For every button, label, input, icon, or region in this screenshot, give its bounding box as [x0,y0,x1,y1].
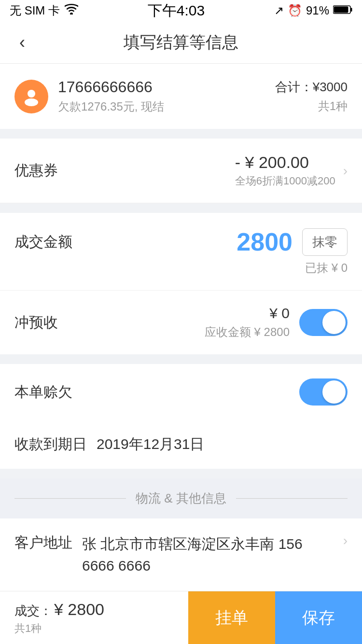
svg-point-3 [28,90,35,98]
address-chevron-icon: › [343,533,348,548]
divider-1 [0,129,362,139]
divider-4 [0,469,362,478]
coupon-value-block: - ¥ 200.00 全场6折满1000减200 [235,153,335,188]
debt-toggle[interactable] [299,378,348,406]
nav-bar: ‹ 填写结算等信息 [0,21,362,64]
logistics-label: 物流 & 其他信息 [136,490,226,507]
amount-right: 2800 抹零 [237,227,348,256]
amount-number: 2800 [237,227,292,256]
prepay-receivable: 应收金额 ¥ 2800 [205,324,290,340]
bottom-summary-label: 成交： [14,602,52,619]
avatar [14,80,48,113]
battery-icon [333,4,352,17]
alarm-icon: ⏰ [288,4,302,17]
status-time: 下午4:03 [148,1,205,21]
svg-rect-2 [334,7,348,13]
status-bar: 无 SIM 卡 下午4:03 ↗ ⏰ 91% [0,0,362,21]
status-left: 无 SIM 卡 [10,3,78,18]
debt-label: 本单赊欠 [14,382,72,402]
divider-3 [0,354,362,364]
prepay-right: ¥ 0 应收金额 ¥ 2800 [205,305,348,340]
svg-point-4 [25,98,38,106]
bottom-count: 共1种 [14,621,174,636]
amount-row: 成交金额 2800 抹零 [14,227,348,256]
content: 17666666666 欠款1276.35元, 现结 合计：¥3000 共1种 … [0,64,362,644]
coupon-value: - ¥ 200.00 [235,153,335,172]
logistics-divider: 物流 & 其他信息 [0,478,362,518]
customer-right: 合计：¥3000 共1种 [275,79,348,114]
total-label: 合计：¥3000 [275,79,348,96]
prepay-amount: ¥ 0 [205,305,290,322]
coupon-row[interactable]: 优惠券 - ¥ 200.00 全场6折满1000减200 › [0,139,362,203]
prepay-section: 冲预收 ¥ 0 应收金额 ¥ 2800 [0,291,362,354]
status-right: ↗ ⏰ 91% [274,4,352,17]
amount-sub: 已抹 ¥ 0 [14,260,348,276]
customer-left: 17666666666 欠款1276.35元, 现结 [14,78,164,114]
wifi-icon [65,4,78,17]
customer-debt: 欠款1276.35元, 现结 [58,99,164,114]
duedate-label: 收款到期日 [14,434,87,454]
back-button[interactable]: ‹ [14,28,30,57]
page-title: 填写结算等信息 [124,31,238,54]
address-section[interactable]: 客户地址 张 北京市市辖区海淀区永丰南 156 6666 6666 › [0,518,362,591]
location-icon: ↗ [274,4,284,17]
save-button[interactable]: 保存 [275,591,362,644]
hold-button[interactable]: 挂单 [188,591,275,644]
bottom-bar: 成交： ¥ 2800 共1种 挂单 保存 [0,591,362,644]
prepay-label: 冲预收 [14,313,58,333]
customer-phone: 17666666666 [58,78,164,96]
duedate-value: 2019年12月31日 [97,434,204,454]
amount-label: 成交金额 [14,232,72,252]
signal-text: 无 SIM 卡 [10,3,60,18]
address-label: 客户地址 [14,533,72,553]
divider-2 [0,203,362,213]
bottom-amount: ¥ 2800 [54,600,104,619]
chevron-right-icon: › [343,163,348,179]
customer-info: 17666666666 欠款1276.35元, 现结 [58,78,164,114]
round-button[interactable]: 抹零 [302,228,348,256]
coupon-right: - ¥ 200.00 全场6折满1000减200 › [235,153,348,188]
divider-line-right [236,498,348,499]
total-count: 共1种 [275,98,348,114]
address-value: 张 北京市市辖区海淀区永丰南 156 6666 6666 [82,533,334,576]
battery-text: 91% [306,4,329,17]
prepay-toggle[interactable] [299,309,348,336]
bottom-amount-row: 成交： ¥ 2800 [14,600,174,619]
svg-rect-1 [350,8,352,12]
bottom-summary: 成交： ¥ 2800 共1种 [0,600,188,636]
transaction-amount-section: 成交金额 2800 抹零 已抹 ¥ 0 [0,213,362,291]
debt-section: 本单赊欠 [0,364,362,420]
duedate-section: 收款到期日 2019年12月31日 [0,420,362,469]
coupon-sub: 全场6折满1000减200 [235,174,335,188]
prepay-amount-block: ¥ 0 应收金额 ¥ 2800 [205,305,290,340]
coupon-label: 优惠券 [14,161,58,181]
divider-line-left [14,498,126,499]
prepay-row: 冲预收 ¥ 0 应收金额 ¥ 2800 [14,305,348,340]
customer-card: 17666666666 欠款1276.35元, 现结 合计：¥3000 共1种 [0,64,362,129]
